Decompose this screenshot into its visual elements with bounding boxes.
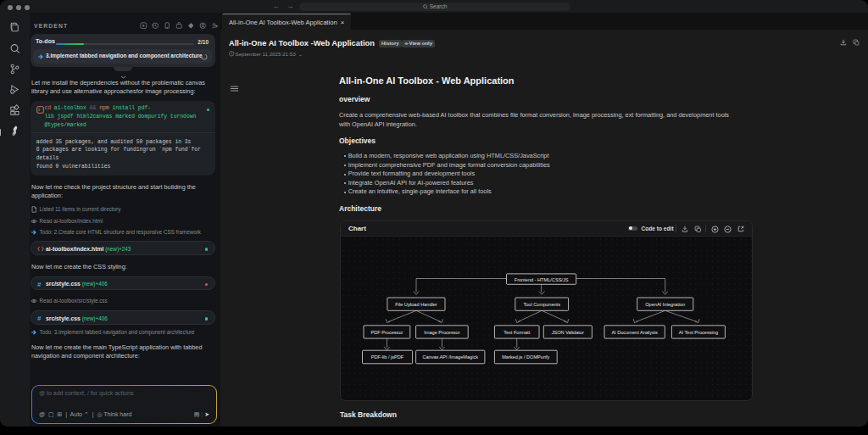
svg-text:PDF Processor: PDF Processor [370,330,403,335]
svg-text:Frontend - HTML/CSS/JS: Frontend - HTML/CSS/JS [515,277,569,282]
svg-text:Text Formatt: Text Formatt [504,330,531,335]
svg-text:OpenAI Integration: OpenAI Integration [645,302,685,307]
svg-text:Marked.js / DOMPurify: Marked.js / DOMPurify [502,354,549,360]
svg-text:#: # [37,281,42,287]
svg-text:PDF-lib / jsPDF: PDF-lib / jsPDF [371,354,404,360]
svg-text:File Upload Handler: File Upload Handler [395,302,437,307]
svg-text:Image Processor: Image Processor [424,330,459,335]
svg-text:JSON Validator: JSON Validator [552,330,584,335]
svg-text:AI Text Processing: AI Text Processing [679,330,718,335]
svg-text:#: # [37,315,42,321]
svg-text:AI Document Analysis: AI Document Analysis [611,330,658,335]
svg-text:Tool Components: Tool Components [523,302,560,307]
svg-text:Canvas API /ImageMagick: Canvas API /ImageMagick [422,354,478,360]
